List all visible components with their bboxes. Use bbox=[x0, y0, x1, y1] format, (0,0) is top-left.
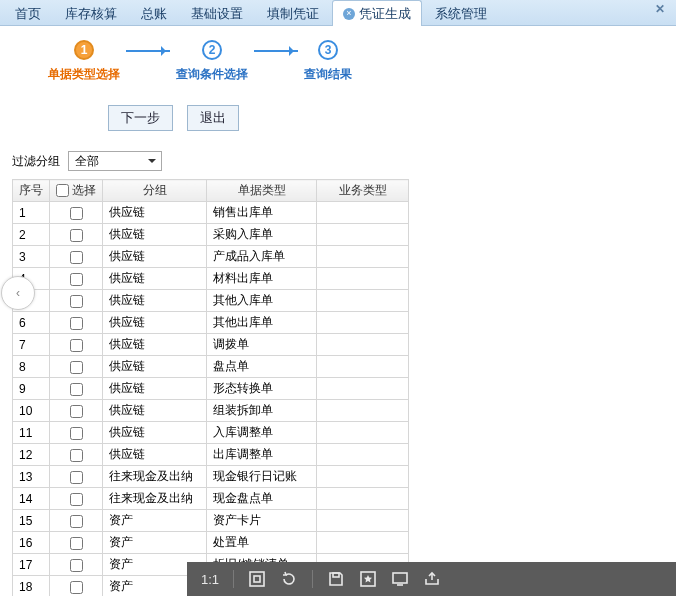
row-checkbox[interactable] bbox=[70, 317, 83, 330]
cell-biz bbox=[317, 510, 409, 532]
cell-biz bbox=[317, 224, 409, 246]
cell-seq: 18 bbox=[13, 576, 50, 597]
cell-select bbox=[50, 510, 103, 532]
tabbar-close-icon[interactable]: ✕ bbox=[650, 2, 670, 18]
cell-biz bbox=[317, 488, 409, 510]
tab-basicsetting[interactable]: 基础设置 bbox=[180, 0, 254, 26]
cell-doctype: 入库调整单 bbox=[207, 422, 317, 444]
step-number-icon: 1 bbox=[74, 40, 94, 60]
step-label: 查询结果 bbox=[304, 66, 352, 83]
cell-select bbox=[50, 576, 103, 597]
cell-select bbox=[50, 400, 103, 422]
screen-icon[interactable] bbox=[391, 570, 409, 588]
table-row[interactable]: 13往来现金及出纳现金银行日记账 bbox=[13, 466, 409, 488]
row-checkbox[interactable] bbox=[70, 537, 83, 550]
row-checkbox[interactable] bbox=[70, 493, 83, 506]
table-row[interactable]: 15资产资产卡片 bbox=[13, 510, 409, 532]
row-checkbox[interactable] bbox=[70, 361, 83, 374]
table-row[interactable]: 14往来现金及出纳现金盘点单 bbox=[13, 488, 409, 510]
row-checkbox[interactable] bbox=[70, 383, 83, 396]
cell-seq: 15 bbox=[13, 510, 50, 532]
cell-doctype: 出库调整单 bbox=[207, 444, 317, 466]
row-checkbox[interactable] bbox=[70, 471, 83, 484]
table-row[interactable]: 6供应链其他出库单 bbox=[13, 312, 409, 334]
tab-sysmgmt[interactable]: 系统管理 bbox=[424, 0, 498, 26]
cell-select bbox=[50, 532, 103, 554]
table-row[interactable]: 8供应链盘点单 bbox=[13, 356, 409, 378]
cell-select bbox=[50, 202, 103, 224]
table-row[interactable]: 1供应链销售出库单 bbox=[13, 202, 409, 224]
cell-group: 供应链 bbox=[103, 378, 207, 400]
table-row[interactable]: 3供应链产成品入库单 bbox=[13, 246, 409, 268]
close-icon[interactable]: × bbox=[343, 8, 355, 20]
table-row[interactable]: 4供应链材料出库单 bbox=[13, 268, 409, 290]
tab-voucher-gen[interactable]: × 凭证生成 bbox=[332, 0, 422, 26]
table-row[interactable]: 11供应链入库调整单 bbox=[13, 422, 409, 444]
chevron-left-icon: ‹ bbox=[16, 286, 20, 300]
tab-inventory[interactable]: 库存核算 bbox=[54, 0, 128, 26]
table-row[interactable]: 12供应链出库调整单 bbox=[13, 444, 409, 466]
cell-group: 资产 bbox=[103, 510, 207, 532]
table-row[interactable]: 5供应链其他入库单 bbox=[13, 290, 409, 312]
row-checkbox[interactable] bbox=[70, 229, 83, 242]
row-checkbox[interactable] bbox=[70, 427, 83, 440]
step-1[interactable]: 1 单据类型选择 bbox=[48, 40, 120, 83]
cell-group: 供应链 bbox=[103, 444, 207, 466]
cell-seq: 7 bbox=[13, 334, 50, 356]
cell-doctype: 组装拆卸单 bbox=[207, 400, 317, 422]
cell-select bbox=[50, 312, 103, 334]
step-3[interactable]: 3 查询结果 bbox=[304, 40, 352, 83]
row-checkbox[interactable] bbox=[70, 207, 83, 220]
row-checkbox[interactable] bbox=[70, 251, 83, 264]
row-checkbox[interactable] bbox=[70, 581, 83, 594]
exit-button[interactable]: 退出 bbox=[187, 105, 239, 131]
row-checkbox[interactable] bbox=[70, 559, 83, 572]
cell-doctype: 现金盘点单 bbox=[207, 488, 317, 510]
next-button[interactable]: 下一步 bbox=[108, 105, 173, 131]
table-row[interactable]: 2供应链采购入库单 bbox=[13, 224, 409, 246]
row-checkbox[interactable] bbox=[70, 295, 83, 308]
table-row[interactable]: 7供应链调拨单 bbox=[13, 334, 409, 356]
cell-seq: 13 bbox=[13, 466, 50, 488]
cell-select bbox=[50, 290, 103, 312]
col-group: 分组 bbox=[103, 180, 207, 202]
tab-home[interactable]: 首页 bbox=[4, 0, 52, 26]
bottom-toolbar: 1:1 bbox=[187, 562, 676, 596]
row-checkbox[interactable] bbox=[70, 449, 83, 462]
tab-voucher-edit[interactable]: 填制凭证 bbox=[256, 0, 330, 26]
table-row[interactable]: 10供应链组装拆卸单 bbox=[13, 400, 409, 422]
save-icon[interactable] bbox=[327, 570, 345, 588]
rotate-icon[interactable] bbox=[280, 570, 298, 588]
cell-doctype: 盘点单 bbox=[207, 356, 317, 378]
tab-ledger[interactable]: 总账 bbox=[130, 0, 178, 26]
row-checkbox[interactable] bbox=[70, 515, 83, 528]
cell-doctype: 调拨单 bbox=[207, 334, 317, 356]
cell-biz bbox=[317, 268, 409, 290]
share-icon[interactable] bbox=[423, 570, 441, 588]
row-checkbox[interactable] bbox=[70, 339, 83, 352]
svg-rect-2 bbox=[333, 573, 339, 577]
star-icon[interactable] bbox=[359, 570, 377, 588]
cell-group: 供应链 bbox=[103, 400, 207, 422]
filter-group-select[interactable]: 全部 bbox=[68, 151, 162, 171]
cell-doctype: 现金银行日记账 bbox=[207, 466, 317, 488]
row-checkbox[interactable] bbox=[70, 273, 83, 286]
row-checkbox[interactable] bbox=[70, 405, 83, 418]
cell-doctype: 资产卡片 bbox=[207, 510, 317, 532]
fit-screen-icon[interactable] bbox=[248, 570, 266, 588]
filter-label: 过滤分组 bbox=[12, 153, 60, 170]
divider bbox=[233, 570, 234, 588]
table-row[interactable]: 9供应链形态转换单 bbox=[13, 378, 409, 400]
divider bbox=[312, 570, 313, 588]
cell-select bbox=[50, 466, 103, 488]
wizard-steps: 1 单据类型选择 2 查询条件选择 3 查询结果 bbox=[0, 26, 676, 83]
cell-seq: 11 bbox=[13, 422, 50, 444]
cell-seq: 3 bbox=[13, 246, 50, 268]
cell-biz bbox=[317, 378, 409, 400]
cell-group: 供应链 bbox=[103, 268, 207, 290]
cell-seq: 9 bbox=[13, 378, 50, 400]
side-expand-handle[interactable]: ‹ bbox=[1, 276, 35, 310]
step-2[interactable]: 2 查询条件选择 bbox=[176, 40, 248, 83]
table-row[interactable]: 16资产处置单 bbox=[13, 532, 409, 554]
select-all-checkbox[interactable] bbox=[56, 184, 69, 197]
